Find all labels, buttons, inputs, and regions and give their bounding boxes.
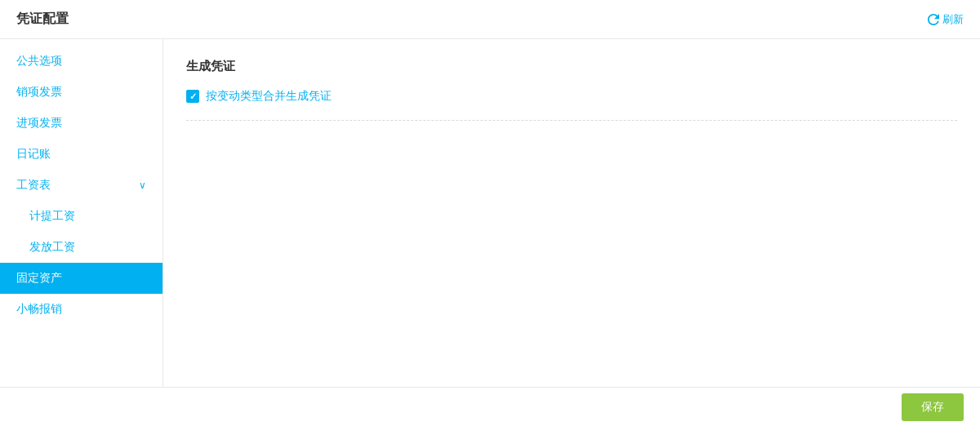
section-divider: [186, 120, 957, 121]
page-header: 凭证配置 刷新: [0, 0, 980, 39]
refresh-button[interactable]: 刷新: [928, 12, 964, 27]
checkbox-row: 按变动类型合并生成凭证: [186, 89, 957, 104]
sidebar-item-public[interactable]: 公共选项: [0, 46, 163, 77]
chevron-down-icon: ∨: [139, 180, 146, 191]
section-title: 生成凭证: [186, 59, 957, 74]
sidebar-item-expense[interactable]: 小畅报销: [0, 294, 163, 325]
page-title: 凭证配置: [16, 11, 69, 28]
content-area: 生成凭证 按变动类型合并生成凭证: [163, 39, 980, 387]
sidebar-item-pay-salary[interactable]: 发放工资: [0, 232, 163, 263]
sidebar-item-calc-salary[interactable]: 计提工资: [0, 201, 163, 232]
sidebar: 公共选项 销项发票 进项发票 日记账 工资表 ∨ 计提工资 发放工资 固定资产 …: [0, 39, 163, 387]
sidebar-item-fixed-assets[interactable]: 固定资产: [0, 263, 163, 294]
save-button[interactable]: 保存: [902, 393, 964, 421]
merge-checkbox-label: 按变动类型合并生成凭证: [206, 89, 332, 104]
refresh-icon: [928, 14, 939, 25]
main-layout: 公共选项 销项发票 进项发票 日记账 工资表 ∨ 计提工资 发放工资 固定资产 …: [0, 39, 980, 387]
refresh-label: 刷新: [942, 12, 964, 27]
sidebar-item-journal[interactable]: 日记账: [0, 139, 163, 170]
sidebar-item-sales-invoice[interactable]: 销项发票: [0, 77, 163, 108]
sidebar-item-payroll[interactable]: 工资表 ∨: [0, 170, 163, 201]
footer-bar: 保存: [0, 387, 980, 426]
merge-checkbox[interactable]: [186, 90, 199, 103]
sidebar-item-purchase-invoice[interactable]: 进项发票: [0, 108, 163, 139]
